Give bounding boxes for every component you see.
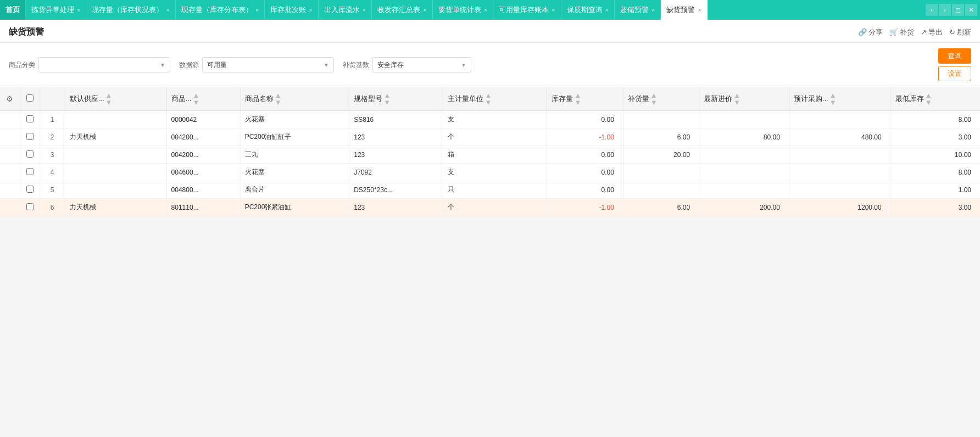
tab-1[interactable]: 拣货异常处理 × — [26, 0, 86, 20]
datasource-chevron-icon: ▼ — [324, 62, 329, 68]
settings-gear-icon[interactable]: ⚙ — [6, 94, 13, 103]
latest-price-sort-icon: ▲▼ — [733, 92, 740, 106]
th-product-code[interactable]: 商品... ▲▼ — [166, 87, 240, 111]
share-button[interactable]: 🔗 分享 — [858, 27, 883, 37]
td-product-name-2: 三九 — [240, 146, 349, 164]
td-est-purchase-2 — [789, 146, 890, 164]
datasource-filter-group: 数据源 可用量 ▼ — [179, 57, 334, 72]
td-unit-4: 只 — [443, 181, 547, 199]
th-min-stock[interactable]: 最低库存 ▲▼ — [890, 87, 980, 111]
close-tab-4[interactable]: × — [309, 7, 312, 13]
td-spec-1: 123 — [349, 128, 443, 146]
th-spec[interactable]: 规格型号 ▲▼ — [349, 87, 443, 111]
table-row: 1 0000042 火花塞 SS816 支 0.00 8.00 — [0, 111, 980, 128]
row-checkbox-1[interactable] — [26, 133, 34, 140]
td-replenish-qty-5: 6.00 — [623, 199, 699, 216]
category-select[interactable]: ▼ — [38, 57, 170, 72]
tab-restore[interactable]: ◻ — [952, 4, 964, 16]
td-latest-price-1: 80.00 — [699, 128, 789, 146]
est-purchase-sort-icon: ▲▼ — [829, 92, 837, 106]
table-row: 2 力天机械 004200... PC200油缸缸子 123 个 -1.00 6… — [0, 128, 980, 146]
tab-2[interactable]: 现存量（库存状况表） × — [86, 0, 175, 20]
tab-3[interactable]: 现存量（库存分布表） × — [176, 0, 265, 20]
td-checkbox-4 — [20, 181, 40, 199]
tab-scroll-right[interactable]: › — [939, 4, 951, 16]
td-stock-5: -1.00 — [547, 199, 623, 216]
replenish-base-filter-group: 补货基数 安全库存 ▼ — [343, 57, 471, 72]
tab-nav-buttons: ‹ › ◻ ✕ — [925, 4, 980, 16]
row-checkbox-2[interactable] — [26, 150, 34, 158]
category-filter-group: 商品分类 ▼ — [9, 57, 170, 72]
th-unit[interactable]: 主计量单位 ▲▼ — [443, 87, 547, 111]
th-product-name[interactable]: 商品名称 ▲▼ — [240, 87, 349, 111]
tab-4[interactable]: 库存批次账 × — [265, 0, 318, 20]
td-checkbox-0 — [20, 111, 40, 128]
share-icon: 🔗 — [858, 28, 867, 36]
tab-scroll-left[interactable]: ‹ — [926, 4, 938, 16]
td-unit-3: 支 — [443, 164, 547, 181]
td-supplier-5: 力天机械 — [65, 199, 166, 216]
th-latest-price[interactable]: 最新进价 ▲▼ — [699, 87, 789, 111]
td-settings-1 — [0, 128, 20, 146]
close-tab-9[interactable]: × — [605, 7, 609, 13]
td-replenish-qty-2: 20.00 — [623, 146, 699, 164]
row-checkbox-0[interactable] — [26, 115, 34, 122]
td-est-purchase-1: 480.00 — [789, 128, 890, 146]
datasource-select[interactable]: 可用量 ▼ — [202, 57, 334, 72]
tab-8[interactable]: 可用量库存账本 × — [493, 0, 561, 20]
select-all-checkbox[interactable] — [26, 94, 34, 102]
row-checkbox-4[interactable] — [26, 186, 34, 193]
export-button[interactable]: ↗ 导出 — [921, 27, 943, 37]
refresh-button[interactable]: ↻ 刷新 — [949, 27, 971, 37]
unit-sort-icon: ▲▼ — [485, 92, 492, 106]
close-tab-6[interactable]: × — [423, 7, 426, 13]
td-product-name-4: 离合片 — [240, 181, 349, 199]
td-product-name-3: 火花塞 — [240, 164, 349, 181]
th-replenish-qty[interactable]: 补货量 ▲▼ — [623, 87, 699, 111]
th-checkbox — [20, 87, 40, 111]
row-checkbox-5[interactable] — [26, 203, 34, 210]
td-min-stock-4: 1.00 — [890, 181, 980, 199]
td-latest-price-2 — [699, 146, 789, 164]
replenish-button[interactable]: 🛒 补货 — [889, 27, 914, 37]
th-supplier[interactable]: 默认供应... ▲▼ — [65, 87, 166, 111]
tab-6[interactable]: 收发存汇总表 × — [372, 0, 432, 20]
td-product-name-5: PC200张紧油缸 — [240, 199, 349, 216]
th-stock[interactable]: 库存量 ▲▼ — [547, 87, 623, 111]
td-index-1: 2 — [40, 128, 65, 146]
row-checkbox-3[interactable] — [26, 168, 34, 175]
replenish-base-select[interactable]: 安全库存 ▼ — [372, 57, 471, 72]
td-spec-2: 123 — [349, 146, 443, 164]
table-row: 6 力天机械 801110... PC200张紧油缸 123 个 -1.00 6… — [0, 199, 980, 216]
min-stock-sort-icon: ▲▼ — [925, 92, 932, 106]
table-body: 1 0000042 火花塞 SS816 支 0.00 8.00 2 力天机械 0… — [0, 111, 980, 216]
tab-9[interactable]: 保质期查询 × — [561, 0, 615, 20]
tab-home[interactable]: 首页 — [0, 0, 26, 20]
close-tab-11[interactable]: × — [698, 7, 701, 13]
td-index-0: 1 — [40, 111, 65, 128]
tab-7[interactable]: 要货单统计表 × — [433, 0, 493, 20]
td-latest-price-4 — [699, 181, 789, 199]
close-tab-3[interactable]: × — [255, 7, 259, 13]
close-tab-7[interactable]: × — [484, 7, 487, 13]
close-tab-5[interactable]: × — [363, 7, 366, 13]
close-tab-2[interactable]: × — [166, 7, 169, 13]
tab-5[interactable]: 出入库流水 × — [319, 0, 372, 20]
close-tab-10[interactable]: × — [652, 7, 655, 13]
td-product-code-4: 004800... — [166, 181, 240, 199]
tab-11[interactable]: 缺货预警 × — [661, 0, 707, 20]
table-wrapper: ⚙ 默认供应... ▲▼ 商品... — [0, 87, 980, 216]
settings-button[interactable]: 设置 — [938, 66, 971, 81]
td-supplier-0 — [65, 111, 166, 128]
th-est-purchase[interactable]: 预计采购... ▲▼ — [789, 87, 890, 111]
query-button[interactable]: 查询 — [938, 48, 971, 64]
td-stock-3: 0.00 — [547, 164, 623, 181]
category-label: 商品分类 — [9, 60, 35, 70]
close-tab-1[interactable]: × — [77, 7, 80, 13]
td-spec-0: SS816 — [349, 111, 443, 128]
close-tab-8[interactable]: × — [552, 7, 555, 13]
td-supplier-2 — [65, 146, 166, 164]
tab-close-all[interactable]: ✕ — [965, 4, 977, 16]
tab-10[interactable]: 超储预警 × — [615, 0, 661, 20]
td-est-purchase-5: 1200.00 — [789, 199, 890, 216]
